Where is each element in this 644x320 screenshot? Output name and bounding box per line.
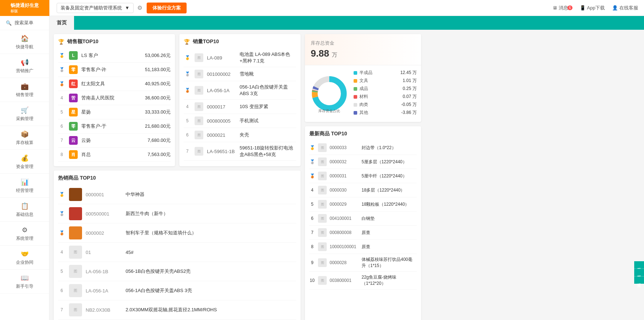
product-code: 0000031 xyxy=(330,173,359,179)
legend-value: 0.07 万 xyxy=(403,94,417,100)
settings-icon[interactable]: ⚙ xyxy=(137,4,142,11)
system-selector[interactable]: 装备及固定资产辅助管理系统 ▼ xyxy=(57,3,134,13)
sidebar-item-基础信息[interactable]: 📋基础信息 xyxy=(0,198,49,222)
tab-home[interactable]: 首页 xyxy=(49,16,74,30)
product-thumbnail: 图 xyxy=(318,157,327,166)
product-code: 0000033 xyxy=(330,145,359,150)
top-section: 🏆 销售额TOP10 🥇 L LS 客户 53,006.26元 🥈 零 零售客户… xyxy=(54,34,301,166)
main-content: 首页 🏆 销售额TOP10 🥇 L LS 客户 53,006.26元 🥈 零 零… xyxy=(49,16,644,320)
new-product-item: 7 图 000800008 原查 xyxy=(309,226,417,240)
product-name: 夹壳 xyxy=(240,132,296,138)
rank-number: 7 xyxy=(309,230,315,235)
rank-number: 🥉 xyxy=(184,88,191,93)
top-customers-card: 🏆 销售额TOP10 🥇 L LS 客户 53,006.26元 🥈 零 零售客户… xyxy=(54,34,175,166)
product-code: LA-056-1A xyxy=(86,288,122,294)
product-code: 001000002 xyxy=(207,71,236,77)
message-badge: 6 xyxy=(567,5,572,10)
product-code: 0000002 xyxy=(86,230,122,236)
sidebar-item-经营管理[interactable]: 📊经营管理 xyxy=(0,174,49,198)
new-products-card: 最新商品 TOP10 🥇 图 0000033 封边带（1.0*22） 🥈 图 0… xyxy=(305,126,421,320)
rank-number: 🥉 xyxy=(58,230,65,235)
legend-dot xyxy=(354,103,357,107)
service-icon: 👤 xyxy=(612,5,618,11)
float-button[interactable]: 客服热线 xyxy=(634,261,644,269)
rank-number: 9 xyxy=(309,260,315,265)
customer-item: 5 星 星扬 33,333.00元 xyxy=(58,105,171,119)
customer-amount: 33,333.00元 xyxy=(145,109,171,115)
new-products-title: 最新商品 TOP10 xyxy=(309,131,417,137)
search-menu[interactable]: 🔍 搜索菜单 xyxy=(0,16,49,30)
customer-item: 4 苦 苦南县人民医院 36,600.00元 xyxy=(58,91,171,105)
sidebar-item-新手引导[interactable]: 📖新手引导 xyxy=(0,270,49,294)
product-name: 45# xyxy=(126,250,134,255)
trial-button[interactable]: 体验行业方案 xyxy=(147,3,187,13)
sidebar-item-营销推广[interactable]: 📢营销推广 xyxy=(0,54,49,78)
sidebar-item-系统管理[interactable]: ⚙系统管理 xyxy=(0,222,49,246)
rank-number: 🥈 xyxy=(58,211,65,216)
right-panel: 库存总资金 9.88 万 xyxy=(305,34,421,320)
legend-item: 半成品 12.45 万 xyxy=(354,70,417,76)
customer-icon: 肖 xyxy=(69,150,78,159)
app-download-item[interactable]: 📱 App下载 xyxy=(580,5,605,11)
top-products-scroll-card: 🏆 销量TOP10 🥇 图 LA-089 电池盖 LA-089 ABS本色+黑种… xyxy=(179,34,301,166)
new-product-item: 9 图 0000028 体械荔枝味苏打饮品400毫升（1*15） xyxy=(309,254,417,272)
product-thumbnail: 图 xyxy=(195,86,203,95)
sidebar-item-快捷导航[interactable]: 🏠快捷导航 xyxy=(0,30,49,54)
new-product-item: 🥇 图 0000033 封边带（1.0*22） xyxy=(309,141,417,155)
customer-name: 红太阳文具 xyxy=(81,81,141,87)
customer-amount: 53,006.26元 xyxy=(145,52,171,59)
hot-product-item: 🥇 0000001 中华神器 xyxy=(58,185,296,204)
sidebar-item-企业协同[interactable]: 🤝企业协同 xyxy=(0,246,49,270)
product-name: 电池盖 LA-089 ABS本色+黑种 7.1克 xyxy=(240,51,296,64)
sidebar-item-库存核算[interactable]: 📦库存核算 xyxy=(0,126,49,150)
rank-number: 8 xyxy=(309,244,315,249)
sidebar-label: 基础信息 xyxy=(16,212,33,218)
product-thumbnail: 图 xyxy=(195,102,203,111)
rank-number: 5 xyxy=(309,202,315,207)
customer-amount: 21,680.00元 xyxy=(145,123,171,130)
inventory-title: 库存总资金 xyxy=(311,40,415,46)
message-icon: 🖥 xyxy=(553,5,557,11)
customer-item: 7 云 云扬 7,680.00元 xyxy=(58,134,171,148)
message-item[interactable]: 🖥 消息 6 xyxy=(553,5,572,11)
customer-item: 🥈 零 零售客户-许 51,183.00元 xyxy=(58,63,171,77)
rank-number: 🥉 xyxy=(58,81,65,86)
topbar-right: 🖥 消息 6 📱 App下载 👤 在线客服 xyxy=(553,5,638,11)
customer-icon: 云 xyxy=(69,136,78,145)
new-product-item: 🥉 图 0000031 5厘中纤（1220*2440） xyxy=(309,169,417,183)
sidebar-item-销售管理[interactable]: 💼销售管理 xyxy=(0,78,49,102)
customer-item: 🥇 L LS 客户 53,006.26元 xyxy=(58,49,171,63)
product-code: 0000032 xyxy=(330,159,359,164)
product-image: 图 xyxy=(69,303,82,316)
brand-name: 畅捷通好生意 xyxy=(11,2,39,9)
message-label: 消息 xyxy=(559,5,568,11)
sidebar-item-资金管理[interactable]: 💰资金管理 xyxy=(0,150,49,174)
customer-amount: 36,600.00元 xyxy=(145,95,171,101)
product-name: 体械荔枝味苏打饮品400毫升（1*15） xyxy=(362,257,417,269)
product-thumbnail: 图 xyxy=(318,186,327,194)
hot-products-title: 热销商品 TOP10 xyxy=(58,175,296,181)
product-code: LA-056-1A xyxy=(207,88,236,93)
inventory-amount: 9.88 万 xyxy=(311,48,415,59)
legend-dot xyxy=(354,87,357,91)
service-item[interactable]: 👤 在线客服 xyxy=(612,5,638,11)
sidebar-label: 系统管理 xyxy=(16,235,33,242)
sidebar-icon: 🤝 xyxy=(21,250,29,258)
legend-item: 其他 -3.86 万 xyxy=(354,110,417,116)
rank-number: 10 xyxy=(309,278,315,283)
product-thumbnail: 图 xyxy=(318,228,327,237)
product-code: NB2.0X30B xyxy=(86,307,122,313)
sidebar-icon: 📊 xyxy=(21,178,29,186)
product-name: 10S 变扭罗紧 xyxy=(240,103,296,110)
legend-value: 12.45 万 xyxy=(400,70,417,76)
sidebar-item-采购管理[interactable]: 🛒采购管理 xyxy=(0,102,49,126)
sidebar-label: 采购管理 xyxy=(16,116,33,122)
float-button[interactable]: 直播 xyxy=(634,276,644,284)
float-button[interactable]: 服务社区 xyxy=(634,269,644,276)
product-name: 056-1A白色按键开关盖ABS 3克 xyxy=(240,84,296,97)
sidebar-icon: ⚙ xyxy=(22,226,28,234)
rank-number: 4 xyxy=(58,250,65,255)
hot-product-item: 4 图 01 45# xyxy=(58,243,296,262)
float-buttons: 客服热线服务社区直播 xyxy=(634,261,644,284)
customer-amount: 7,680.00元 xyxy=(147,137,171,144)
